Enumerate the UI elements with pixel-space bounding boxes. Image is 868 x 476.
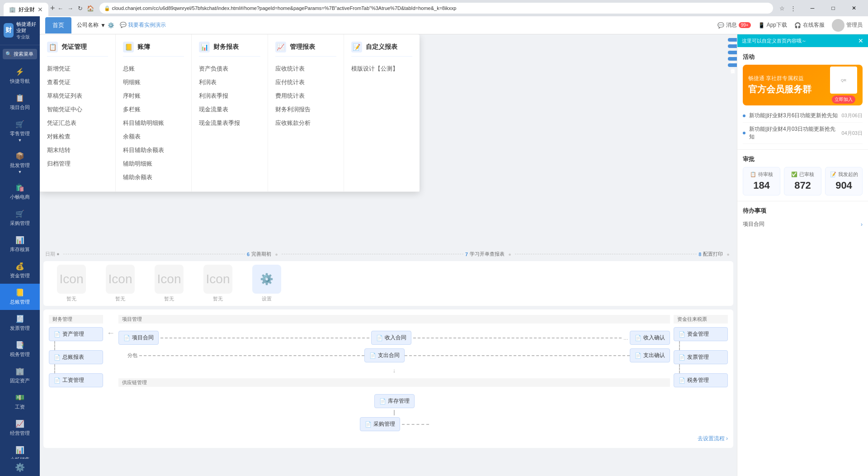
menu-item-chakan[interactable]: 查看凭证 bbox=[47, 76, 108, 89]
flow-box-caigou[interactable]: 📄 采购管理 bbox=[360, 417, 400, 431]
user-menu-button[interactable]: 管理员 bbox=[832, 19, 863, 32]
news-item-1[interactable]: 新功能|好业财4月03日功能更新抢先知 04月03日 bbox=[743, 123, 863, 144]
flow-box-fapiao2[interactable]: 📄 发票管理 bbox=[674, 350, 728, 364]
sidebar-item-zijin[interactable]: 💰 资金管理 bbox=[0, 257, 40, 284]
refresh-button[interactable]: ↻ bbox=[77, 5, 84, 12]
sidebar-item-kucun[interactable]: 📊 库存核算 bbox=[0, 231, 40, 257]
icon-placeholder-3[interactable]: Icon 暂无 bbox=[195, 265, 241, 302]
menu-item-moban[interactable]: 模版设计【公测】 bbox=[351, 62, 412, 76]
menu-item-qimo[interactable]: 期末结转 bbox=[47, 143, 108, 157]
menu-item-duolan[interactable]: 多栏账 bbox=[123, 103, 184, 116]
flow-box-zhichuqueren[interactable]: 📄 支出确认 bbox=[630, 348, 670, 362]
logo-text-block: 畅捷通好业财 专业版 bbox=[16, 21, 36, 40]
menu-item-yue[interactable]: 余额表 bbox=[123, 130, 184, 143]
icon-placeholder-0[interactable]: Icon 暂无 bbox=[49, 265, 94, 302]
menu-item-yingfu[interactable]: 应付统计表 bbox=[275, 76, 336, 89]
menu-item-yingshou[interactable]: 应收统计表 bbox=[275, 62, 336, 76]
back-button[interactable]: ← bbox=[57, 5, 64, 12]
forward-button[interactable]: → bbox=[67, 5, 74, 12]
sidebar-item-gudingzichan[interactable]: 🏢 固定资产 bbox=[0, 362, 40, 389]
sidebar-item-xiaochang[interactable]: 🛍️ 小畅电商 bbox=[0, 179, 40, 205]
news-item-0[interactable]: 新功能|好业财3月6日功能更新抢先知 03月06日 bbox=[743, 109, 863, 123]
extensions-button[interactable]: ⋮ bbox=[789, 5, 797, 12]
flow-box-kucun[interactable]: 📄 库存管理 bbox=[374, 394, 415, 408]
menu-item-lirun[interactable]: 利润表 bbox=[199, 76, 260, 89]
tab-close-button[interactable]: ✕ bbox=[38, 6, 43, 13]
sidebar-item-lingshou[interactable]: 🛒 零售管理 ▼ bbox=[0, 115, 40, 147]
menu-item-xianjinjibao[interactable]: 现金流量表季报 bbox=[199, 116, 260, 130]
menu-item-guidang[interactable]: 归档管理 bbox=[47, 157, 108, 171]
sidebar-item-fapiao[interactable]: 🧾 发票管理 bbox=[0, 310, 40, 336]
demo-link[interactable]: 💬 我要看实例演示 bbox=[120, 21, 166, 29]
search-menu-button[interactable]: 🔍 搜索菜单 bbox=[3, 49, 37, 59]
close-button[interactable]: ✕ bbox=[844, 1, 864, 15]
sidebar-item-gongzi[interactable]: 💵 工资 bbox=[0, 389, 40, 415]
menu-item-caogao[interactable]: 草稿凭证列表 bbox=[47, 89, 108, 103]
flow-vline-2 bbox=[54, 364, 103, 373]
active-tab[interactable]: 🏢 好业财 ✕ bbox=[4, 3, 48, 16]
menu-item-lirunjibaobiao[interactable]: 利润表季报 bbox=[199, 89, 260, 103]
icon-placeholder-4[interactable]: ⚙️ 设置 bbox=[244, 265, 289, 302]
app-download-button[interactable]: 📱 App下载 bbox=[758, 21, 787, 29]
flow-box-xiangmuhetong[interactable]: 📄 项目合同 bbox=[118, 331, 159, 345]
menu-item-mingxi[interactable]: 明细账 bbox=[123, 76, 184, 89]
company-selector[interactable]: 公司名称 ▼ ⚙️ 💬 我要看实例演示 bbox=[77, 21, 166, 29]
go-flow-row: 去设置流程 › bbox=[49, 435, 728, 443]
flow-box-shourouhetong[interactable]: 📄 收入合同 bbox=[371, 331, 411, 345]
menu-item-zichan[interactable]: 资产负债表 bbox=[199, 62, 260, 76]
sidebar-item-shuiwu[interactable]: 📑 税务管理 bbox=[0, 336, 40, 362]
minimize-button[interactable]: ─ bbox=[802, 1, 823, 15]
approval-card-initiated[interactable]: 📝 我发起的 904 bbox=[825, 167, 863, 195]
sidebar-item-xiangmu[interactable]: 📋 项目合同 bbox=[0, 89, 40, 115]
home-tab[interactable]: 首页 bbox=[45, 17, 71, 33]
go-flow-link[interactable]: 去设置流程 › bbox=[698, 435, 728, 442]
sidebar-item-jingying[interactable]: 📈 经营管理 bbox=[0, 415, 40, 441]
home-button[interactable]: 🏠 bbox=[87, 5, 94, 12]
sidebar-item-caigou[interactable]: 🛒 采购管理 bbox=[0, 205, 40, 231]
menu-item-duizhang[interactable]: 对账检查 bbox=[47, 130, 108, 143]
flow-box-shuiwu2[interactable]: 📄 税务管理 bbox=[674, 373, 728, 387]
menu-item-yingshoufen[interactable]: 应收账款分析 bbox=[275, 116, 336, 130]
approval-card-approved[interactable]: ✅ 已审核 872 bbox=[784, 167, 821, 195]
flow-box-zongzhang[interactable]: 📄 总账报表 bbox=[49, 350, 103, 364]
icon-placeholder-1[interactable]: Icon 暂无 bbox=[98, 265, 143, 302]
menu-item-pingzhenghuizong[interactable]: 凭证汇总表 bbox=[47, 116, 108, 130]
flow-box-zijin[interactable]: 📄 资金管理 bbox=[674, 327, 728, 341]
sidebar-item-xiaoxiao[interactable]: 📊 小畅销售 bbox=[0, 441, 40, 459]
activity-banner[interactable]: 畅捷通 享社群专属权益 官方会员服务群 QR 立即加入 bbox=[743, 65, 863, 105]
flow-box-zichan[interactable]: 📄 资产管理 bbox=[49, 327, 103, 341]
menu-item-zhineng[interactable]: 智能凭证中心 bbox=[47, 103, 108, 116]
menu-item-caiwulirun[interactable]: 财务利润报告 bbox=[275, 103, 336, 116]
icon-placeholder-2[interactable]: Icon 暂无 bbox=[146, 265, 192, 302]
todo-action-xiangmu[interactable]: › bbox=[861, 221, 863, 228]
new-tab-button[interactable]: + bbox=[50, 4, 55, 13]
customize-banner-close[interactable]: ✕ bbox=[858, 37, 863, 44]
menu-item-xinzeng[interactable]: 新增凭证 bbox=[47, 62, 108, 76]
menu-item-fuzhuyue[interactable]: 辅助余额表 bbox=[123, 171, 184, 184]
menu-item-zongzhang[interactable]: 总账 bbox=[123, 62, 184, 76]
sidebar-item-pifa[interactable]: 📦 批发管理 ▼ bbox=[0, 147, 40, 179]
menu-item-kemingxi[interactable]: 科目辅助明细账 bbox=[123, 116, 184, 130]
sidebar-item-kuaijie[interactable]: ⚡ 快捷导航 bbox=[0, 63, 40, 89]
sidebar-item-zhangzhang[interactable]: 📒 总账管理 bbox=[0, 284, 40, 310]
sidebar-settings-button[interactable]: ⚙️ bbox=[0, 459, 40, 476]
menu-item-keyue[interactable]: 科目辅助余额表 bbox=[123, 143, 184, 157]
menu-item-feiyong[interactable]: 费用统计表 bbox=[275, 89, 336, 103]
address-bar[interactable]: 🔒 cloud.chanjet.com/cc/u6d89qwnryel/57bf… bbox=[99, 3, 773, 14]
menu-item-xianjin[interactable]: 现金流量表 bbox=[199, 103, 260, 116]
flow-vline-1 bbox=[54, 341, 103, 350]
message-button[interactable]: 💬 消息 99+ bbox=[717, 21, 751, 29]
tab-label: 好业财 bbox=[19, 6, 35, 14]
dropdown-header: 📋 凭证管理 新增凭证 查看凭证 草稿凭证列表 智能凭证中心 凭证汇总表 对账检… bbox=[40, 34, 420, 192]
online-service-button[interactable]: 🎧 在线客服 bbox=[794, 21, 825, 29]
maximize-button[interactable]: □ bbox=[823, 1, 844, 15]
flow-box-shourouqueren[interactable]: 📄 收入确认 bbox=[630, 331, 670, 345]
sidebar-item-icon-3: 📦 bbox=[15, 152, 24, 160]
join-button[interactable]: 立即加入 bbox=[832, 95, 855, 104]
bookmark-button[interactable]: ☆ bbox=[778, 5, 786, 12]
flow-box-gongzi[interactable]: 📄 工资管理 bbox=[49, 373, 103, 387]
menu-item-fuzhumingxi[interactable]: 辅助明细账 bbox=[123, 157, 184, 171]
menu-item-xushi[interactable]: 序时账 bbox=[123, 89, 184, 103]
flow-box-zhichuhetong[interactable]: 📄 支出合同 bbox=[364, 348, 405, 362]
approval-card-pending[interactable]: 📋 待审核 184 bbox=[743, 167, 780, 195]
